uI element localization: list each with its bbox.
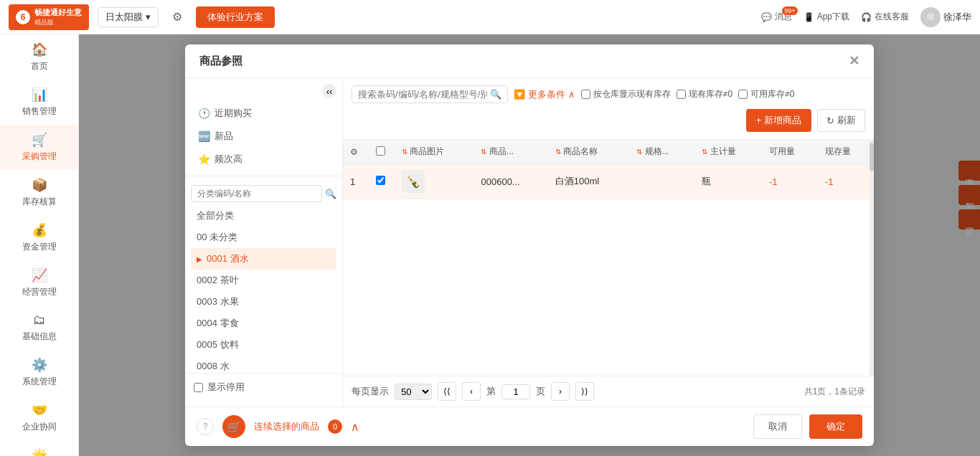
dialog-close-icon[interactable]: ✕ — [849, 53, 859, 69]
sidebar-item-enterprise[interactable]: 🤝 企业协同 — [0, 395, 78, 440]
product-search-bar[interactable]: 🔍 — [352, 85, 508, 103]
sidebar-item-system-label: 系统管理 — [22, 376, 57, 388]
sidebar-item-basic[interactable]: 🗂 基础信息 — [0, 305, 78, 350]
home-icon: 🏠 — [32, 42, 47, 57]
main-layout: 🏠 首页 📊 销售管理 🛒 采购管理 📦 库存核算 💰 资金管理 📈 经营管理 … — [0, 34, 980, 456]
cat-fruit[interactable]: 0003 水果 — [191, 291, 336, 313]
cat-water[interactable]: 0008 水 — [191, 356, 336, 373]
continuous-label: 连续选择的商品 — [254, 420, 319, 433]
show-disabled-label[interactable]: 显示停用 — [207, 381, 245, 394]
last-page-btn[interactable]: ⟩⟩ — [575, 382, 594, 401]
next-page-btn[interactable]: › — [551, 382, 570, 401]
dialog-bottom: ? 🛒 连续选择的商品 0 ∧ 取消 确定 — [185, 407, 874, 446]
tab-high-freq[interactable]: ⭐ 频次高 — [191, 148, 336, 170]
app-download-btn[interactable]: 📱 App下载 — [804, 11, 849, 23]
cat-tea[interactable]: 0002 茶叶 — [191, 270, 336, 291]
td-code: 000600... — [473, 164, 547, 199]
sidebar-item-enterprise-label: 企业协同 — [22, 421, 57, 433]
sidebar-item-finance[interactable]: 💰 资金管理 — [0, 215, 78, 260]
product-selector[interactable]: 日太阳膜 ▾ — [98, 7, 159, 27]
cat-all[interactable]: 全部分类 — [191, 205, 336, 227]
page-label: 第 — [486, 385, 496, 398]
sort-icon-code: ⇅ — [481, 148, 486, 156]
sidebar-item-inventory[interactable]: 📦 库存核算 — [0, 170, 78, 215]
cat-water-label: 0008 水 — [197, 360, 230, 373]
username-label: 徐泽华 — [943, 11, 971, 24]
prev-page-btn[interactable]: ‹ — [462, 382, 481, 401]
available-filter-checkbox[interactable] — [677, 90, 686, 99]
warehouse-filter-checkbox[interactable] — [581, 90, 590, 99]
table-row[interactable]: 1 🍾 000600... 白酒100ml 瓶 — [343, 164, 874, 199]
sidebar-item-guide[interactable]: 🌟 新手引导 — [0, 440, 78, 456]
select-all-checkbox[interactable] — [376, 146, 385, 156]
filter-icon: 🔽 — [514, 89, 525, 100]
sidebar-item-system[interactable]: ⚙️ 系统管理 — [0, 350, 78, 395]
trial-btn[interactable]: 体验行业方案 — [196, 6, 275, 28]
clock-icon: 🕐 — [198, 108, 210, 119]
online-service-btn[interactable]: 🎧 在线客服 — [861, 11, 909, 23]
th-code: ⇅ 商品... — [473, 140, 547, 164]
pagination: 每页显示 50 100 200 ⟨⟨ ‹ 第 页 › — [343, 376, 874, 407]
sidebar-item-purchase[interactable]: 🛒 采购管理 — [0, 125, 78, 170]
th-settings[interactable]: ⚙ — [343, 140, 369, 164]
settings-icon[interactable]: ⚙ — [167, 7, 187, 27]
cart-icon[interactable]: 🛒 — [222, 415, 245, 438]
sales-icon: 📊 — [32, 87, 47, 103]
per-page-select[interactable]: 50 100 200 — [395, 384, 432, 400]
mobile-icon: 📱 — [804, 12, 814, 22]
confirm-btn[interactable]: 确定 — [809, 414, 862, 439]
th-available: 可用量 — [762, 140, 818, 164]
show-disabled-checkbox[interactable] — [194, 383, 203, 392]
count-badge: 0 — [328, 419, 342, 434]
tab-highfreq-label: 频次高 — [215, 153, 242, 166]
usable-filter-text: 可用库存≠0 — [750, 88, 794, 100]
sidebar-item-sales[interactable]: 📊 销售管理 — [0, 80, 78, 125]
td-checkbox[interactable] — [369, 164, 395, 199]
collapse-panel-btn[interactable]: ‹‹ — [322, 84, 336, 98]
category-search-input[interactable] — [191, 185, 322, 202]
available-filter-text: 现有库存≠0 — [689, 88, 732, 100]
refresh-icon: ↻ — [826, 115, 834, 126]
chevron-up-icon: ∧ — [568, 89, 575, 100]
collapse-up-icon[interactable]: ∧ — [351, 420, 359, 434]
refresh-product-btn[interactable]: ↻ 刷新 — [817, 109, 865, 132]
table-header-row: ⚙ ⇅ 商品图片 ⇅ 商品... — [343, 140, 874, 164]
sidebar-item-home[interactable]: 🏠 首页 — [0, 34, 78, 80]
cat-beverage[interactable]: 0005 饮料 — [191, 334, 336, 356]
app-download-label: App下载 — [817, 11, 849, 23]
sidebar-item-home-label: 首页 — [31, 60, 48, 72]
category-search-icon[interactable]: 🔍 — [325, 189, 336, 199]
cat-tea-label: 0002 茶叶 — [197, 274, 239, 287]
available-filter-label[interactable]: 现有库存≠0 — [677, 88, 732, 100]
usable-filter-checkbox[interactable] — [738, 90, 748, 99]
add-product-btn[interactable]: + 新增商品 — [746, 109, 811, 132]
product-search-icon[interactable]: 🔍 — [490, 89, 501, 100]
more-filter-btn[interactable]: 🔽 更多条件 ∧ — [514, 88, 575, 101]
table-header: ⚙ ⇅ 商品图片 ⇅ 商品... — [343, 140, 874, 164]
scrollbar-track[interactable] — [870, 140, 874, 376]
content-area: 查询 刷新 设置 商品参照 ✕ — [79, 34, 980, 456]
cat-snack[interactable]: 0004 零食 — [191, 313, 336, 334]
td-stock: -1 — [818, 164, 874, 199]
sidebar-item-finance-label: 资金管理 — [22, 241, 57, 253]
row-checkbox[interactable] — [376, 176, 385, 185]
warehouse-filter-label[interactable]: 按仓库显示现有库存 — [581, 88, 671, 100]
cat-liquor[interactable]: ▶ 0001 酒水 — [191, 248, 336, 270]
cancel-btn[interactable]: 取消 — [753, 414, 802, 439]
tab-recent-purchase[interactable]: 🕐 近期购买 — [191, 103, 336, 124]
message-btn[interactable]: 💬 消息 99+ — [761, 11, 792, 23]
product-search-input[interactable] — [358, 89, 487, 100]
first-page-btn[interactable]: ⟨⟨ — [438, 382, 456, 401]
sidebar-item-business[interactable]: 📈 经营管理 — [0, 260, 78, 305]
usable-filter-label[interactable]: 可用库存≠0 — [738, 88, 794, 100]
dialog-toolbar: 🔍 🔽 更多条件 ∧ 按仓库显示现有库存 — [343, 78, 874, 140]
page-input[interactable] — [501, 384, 530, 399]
tab-new-product[interactable]: 🆕 新品 — [191, 125, 336, 147]
cat-uncategorized[interactable]: 00 未分类 — [191, 227, 336, 248]
user-area[interactable]: 徐 徐泽华 — [920, 7, 971, 27]
th-checkbox[interactable] — [369, 140, 395, 164]
table-settings-icon[interactable]: ⚙ — [350, 147, 358, 157]
dialog-overlay: 商品参照 ✕ ‹‹ 🕐 近期购 — [79, 34, 980, 456]
help-icon[interactable]: ? — [197, 418, 214, 435]
product-table-wrap: ⚙ ⇅ 商品图片 ⇅ 商品... — [343, 140, 874, 376]
